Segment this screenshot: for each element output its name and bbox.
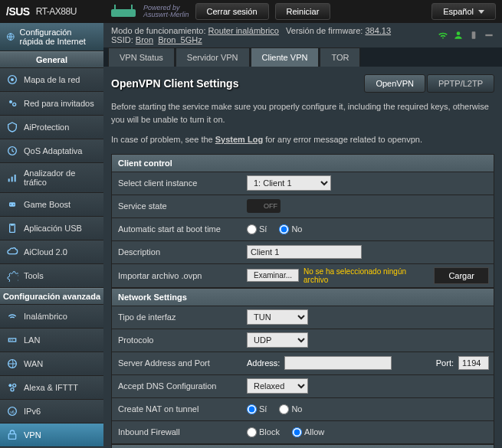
wan-icon (6, 358, 18, 370)
subtab-openvpn[interactable]: OpenVPN (364, 74, 425, 93)
port-label: Port: (436, 358, 454, 368)
guest-icon (6, 97, 18, 110)
sidebar-item-label: Aplicación USB (24, 224, 82, 233)
language-selector[interactable]: Español (431, 3, 496, 20)
port-input[interactable] (458, 356, 489, 370)
protocol-select[interactable]: UDP (247, 332, 308, 348)
sidebar-item-aplicaci-n-usb[interactable]: Aplicación USB (0, 217, 103, 240)
cloud-icon (6, 246, 18, 258)
group-network: Network Settings (111, 288, 494, 306)
fw-block[interactable]: Block (247, 427, 280, 437)
svg-rect-13 (11, 224, 14, 226)
sidebar-item-mapa-de-la-red[interactable]: Mapa de la red (0, 68, 103, 92)
sidebar-item-label: WAN (24, 359, 43, 368)
sidebar-item-vpn[interactable]: VPN (0, 423, 103, 447)
upload-button[interactable]: Cargar (434, 267, 489, 284)
reboot-button[interactable]: Reiniciar (275, 3, 331, 20)
fw-allow[interactable]: Allow (292, 427, 324, 437)
usb-app-icon (6, 222, 18, 234)
svg-point-20 (11, 388, 14, 391)
tab-cliente-vpn[interactable]: Cliente VPN (251, 47, 320, 67)
ssid-2: Bron_5GHz (158, 35, 202, 44)
tab-servidor-vpn[interactable]: Servidor VPN (176, 47, 250, 67)
auto-start-yes[interactable]: Sí (247, 224, 267, 234)
sidebar-item-ipv6[interactable]: v6 IPv6 (0, 400, 103, 423)
sidebar-item-label: AiProtection (24, 123, 69, 132)
wireless-icon (6, 310, 18, 322)
svg-rect-26 (131, 5, 133, 11)
user-icon[interactable] (453, 30, 464, 41)
subtab-pptp[interactable]: PPTP/L2TP (427, 74, 494, 93)
addr-label: Address: (247, 358, 280, 368)
svg-point-27 (457, 31, 461, 35)
quick-setup-link[interactable]: Configuración rápida de Internet (0, 23, 103, 51)
iface-select[interactable]: TUN (247, 309, 308, 325)
client-instance-select[interactable]: 1: Client 1 (247, 175, 331, 191)
sidebar-item-aiprotection[interactable]: AiProtection (0, 116, 103, 139)
shield-icon (6, 121, 18, 133)
tab-vpn-status[interactable]: VPN Status (108, 47, 175, 67)
sidebar-item-game-boost[interactable]: Game Boost (0, 193, 103, 217)
auto-start-no[interactable]: No (279, 224, 302, 234)
sidebar-item-label: AiCloud 2.0 (24, 247, 67, 257)
svg-text:v6: v6 (10, 410, 15, 414)
dns-select[interactable]: Relaxed (247, 378, 308, 394)
label-auto-start: Automatic start at boot time (112, 221, 242, 237)
sidebar-item-label: Analizador de tráfico (24, 168, 97, 187)
sidebar-item-alexa-ifttt[interactable]: Alexa & IFTTT (0, 376, 103, 400)
label-nat: Create NAT on tunnel (112, 401, 242, 417)
svg-point-18 (8, 384, 11, 387)
sidebar-item-lan[interactable]: LAN (0, 329, 103, 352)
svg-point-19 (13, 384, 16, 387)
advanced-header: Configuración avanzada (0, 288, 103, 305)
sidebar-item-label: Inalámbrico (24, 312, 67, 321)
svg-rect-25 (114, 5, 116, 11)
address-input[interactable] (284, 356, 392, 370)
svg-rect-23 (8, 434, 15, 440)
svg-rect-29 (485, 34, 492, 36)
nat-no[interactable]: No (279, 404, 302, 414)
group-client-control: Client control (111, 154, 494, 172)
nat-yes[interactable]: Sí (247, 404, 267, 414)
description-input[interactable] (247, 245, 362, 259)
sidebar-item-label: Tools (24, 271, 44, 280)
svg-rect-6 (8, 178, 10, 181)
label-dns: Accept DNS Configuration (112, 378, 242, 394)
file-status: No se ha seleccionado ningún archivo (303, 267, 429, 284)
service-state-toggle[interactable]: OFF (247, 199, 281, 213)
sidebar-item-tools[interactable]: Tools (0, 264, 103, 288)
group-auth: Authentication Settings (111, 444, 494, 449)
firmware-link[interactable]: 384.13 (365, 26, 391, 35)
page-title: OpenVPN Client Settings (111, 77, 238, 90)
wifi-icon[interactable] (438, 30, 448, 41)
sidebar-item-label: Game Boost (24, 200, 71, 209)
brand-logo: /SUS RT-AX88U (0, 0, 103, 23)
svg-point-15 (10, 339, 11, 340)
sidebar-item-label: Red para invitados (24, 99, 94, 108)
sidebar-item-label: LAN (24, 335, 40, 345)
link-icon[interactable] (484, 30, 494, 41)
sidebar-item-label: IPv6 (24, 407, 41, 416)
usb-icon[interactable] (468, 30, 479, 41)
sidebar-item-inal-mbrico[interactable]: Inalámbrico (0, 305, 103, 329)
sidebar-item-red-para-invitados[interactable]: Red para invitados (0, 92, 103, 116)
lan-icon (6, 334, 18, 346)
sidebar-item-qos-adaptativa[interactable]: QoS Adaptativa (0, 139, 103, 163)
sidebar-item-analizador-de-tr-fico[interactable]: Analizador de tráfico (0, 163, 103, 193)
chart-icon (6, 172, 18, 184)
logout-button[interactable]: Cerrar sesión (195, 3, 269, 20)
network-map-icon (6, 74, 18, 86)
system-log-link[interactable]: System Log (215, 135, 263, 144)
tab-tor[interactable]: TOR (320, 47, 360, 67)
general-header: General (0, 51, 103, 68)
mode-link[interactable]: Router inalámbrico (208, 26, 279, 35)
sidebar-item-wan[interactable]: WAN (0, 352, 103, 376)
label-iface: Tipo de interfaz (112, 309, 242, 325)
browse-button[interactable]: Examinar... (247, 269, 299, 282)
svg-point-3 (9, 100, 12, 103)
svg-point-2 (11, 78, 14, 81)
sidebar-item-label: VPN (24, 430, 41, 440)
svg-rect-7 (11, 177, 13, 182)
sidebar-item-aicloud-2-0[interactable]: AiCloud 2.0 (0, 240, 103, 264)
gear-icon (6, 270, 18, 282)
